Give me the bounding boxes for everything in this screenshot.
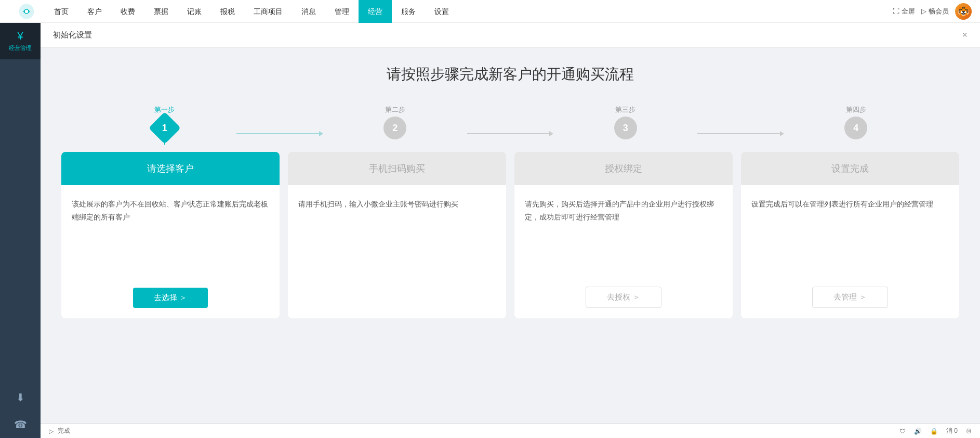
shield-icon: 🛡	[899, 428, 906, 435]
step-4-number: 4	[853, 123, 858, 134]
sidebar-bottom: ⬇ ☎	[14, 384, 27, 438]
connector-2-3	[467, 131, 553, 136]
support-icon: ☎	[14, 418, 27, 431]
nav-bill[interactable]: 票据	[144, 0, 178, 23]
main-content: 请按照步骤完成新客户的开通购买流程 第一步 1	[41, 48, 980, 423]
step-col-4: 第四步 4	[784, 105, 928, 139]
card-4-btn[interactable]: 去管理 ＞	[812, 287, 888, 308]
status-bar: ▷ 完成 🛡 🔊 🔒 消 0 ⑩	[41, 423, 980, 438]
main-layout: ¥ 经营管理 ⬇ ☎ 初始化设置 × 请按照步骤完成新客户的开通购买流程	[0, 23, 980, 438]
card-2-body: 请用手机扫码，输入小微企业主账号密码进行购买	[288, 185, 506, 300]
operation-icon: ¥	[17, 30, 23, 42]
sidebar-item-operation[interactable]: ¥ 经营管理	[0, 23, 41, 59]
step-1-number: 1	[162, 122, 167, 133]
step-4-label: 第四步	[846, 105, 866, 114]
svg-point-1	[25, 9, 28, 12]
fullscreen-icon: ⛶	[893, 7, 899, 15]
nav-right: ⛶ 全屏 ▷ 畅会员 🐯	[893, 3, 972, 20]
step-card-4: 设置完成 设置完成后可以在管理列表进行所有企业用户的经营管理 去管理 ＞	[741, 152, 959, 318]
nav-account[interactable]: 记账	[178, 0, 211, 23]
cards-row: 请选择客户 该处展示的客户为不在回收站、客户状态正常建账后完成老板端绑定的所有客…	[61, 152, 959, 318]
step-col-2: 第二步 2	[323, 105, 467, 139]
flow-title: 请按照步骤完成新客户的开通购买流程	[61, 65, 959, 84]
card-3-header: 授权绑定	[514, 152, 733, 185]
sidebar: ¥ 经营管理 ⬇ ☎	[0, 23, 41, 438]
card-3-btn[interactable]: 去授权 ＞	[586, 287, 661, 308]
sidebar-operation-label: 经营管理	[9, 44, 32, 52]
nav-customer[interactable]: 客户	[78, 0, 111, 23]
nav-business[interactable]: 工商项目	[244, 0, 292, 23]
card-2-footer	[288, 300, 506, 318]
card-1-header: 请选择客户	[61, 152, 280, 185]
status-bar-right: 🛡 🔊 🔒 消 0 ⑩	[899, 427, 972, 435]
page-header: 初始化设置 ×	[41, 23, 980, 48]
nav-manage[interactable]: 管理	[325, 0, 359, 23]
nav-home[interactable]: 首页	[45, 0, 78, 23]
fullscreen-label: 全屏	[902, 7, 915, 16]
step-2-label: 第二步	[385, 105, 405, 114]
status-text: 完成	[58, 427, 70, 435]
vip-icon: ▷	[921, 7, 926, 15]
card-1-btn[interactable]: 去选择 ＞	[133, 288, 208, 308]
sidebar-item-support[interactable]: ☎	[14, 411, 27, 438]
message-count: 消 0	[946, 427, 958, 435]
sidebar-item-download[interactable]: ⬇	[14, 384, 27, 411]
nav-items: 首页 客户 收费 票据 记账 报税 工商项目 消息 管理 经营 服务 设置	[45, 0, 893, 23]
step-col-3: 第三步 3	[553, 105, 697, 139]
card-2-header: 手机扫码购买	[288, 152, 506, 185]
user-avatar[interactable]: 🐯	[955, 3, 972, 20]
volume-icon: 🔊	[914, 428, 922, 435]
nav-fee[interactable]: 收费	[111, 0, 144, 23]
step-card-2: 手机扫码购买 请用手机扫码，输入小微企业主账号密码进行购买	[288, 152, 506, 318]
card-1-footer: 去选择 ＞	[61, 279, 280, 318]
step-3-number: 3	[623, 123, 628, 134]
card-4-footer: 去管理 ＞	[741, 278, 959, 318]
nav-tax[interactable]: 报税	[211, 0, 244, 23]
play-icon: ▷	[49, 428, 54, 435]
status-bar-left: ▷ 完成	[49, 427, 70, 435]
logo	[8, 3, 45, 20]
connector-3-4	[697, 131, 784, 136]
step-3-label: 第三步	[615, 105, 635, 114]
card-3-body: 请先购买，购买后选择开通的产品中的企业用户进行授权绑定，成功后即可进行经营管理	[514, 185, 733, 278]
vip-label: 畅会员	[929, 7, 949, 16]
page-title: 初始化设置	[53, 30, 92, 40]
download-icon: ⬇	[16, 391, 25, 404]
card-1-body: 该处展示的客户为不在回收站、客户状态正常建账后完成老板端绑定的所有客户	[61, 185, 280, 279]
top-navigation: 首页 客户 收费 票据 记账 报税 工商项目 消息 管理 经营 服务 设置 ⛶ …	[0, 0, 980, 23]
content-area: 初始化设置 × 请按照步骤完成新客户的开通购买流程 第一步 1	[41, 23, 980, 438]
steps-indicator: 第一步 1 第二步 2	[61, 105, 959, 144]
step-card-3: 授权绑定 请先购买，购买后选择开通的产品中的企业用户进行授权绑定，成功后即可进行…	[514, 152, 733, 318]
card-4-header: 设置完成	[741, 152, 959, 185]
step-card-1: 请选择客户 该处展示的客户为不在回收站、客户状态正常建账后完成老板端绑定的所有客…	[61, 152, 280, 318]
nav-setting[interactable]: 设置	[425, 0, 458, 23]
lock-icon: 🔒	[930, 428, 938, 435]
nav-operation[interactable]: 经营	[359, 0, 392, 23]
version-info: ⑩	[966, 428, 972, 435]
fullscreen-btn[interactable]: ⛶ 全屏	[893, 7, 915, 16]
step-2-number: 2	[392, 123, 398, 134]
vip-btn[interactable]: ▷ 畅会员	[921, 7, 949, 16]
nav-message[interactable]: 消息	[292, 0, 325, 23]
card-4-body: 设置完成后可以在管理列表进行所有企业用户的经营管理	[741, 185, 959, 278]
card-3-footer: 去授权 ＞	[514, 278, 733, 318]
nav-service[interactable]: 服务	[392, 0, 425, 23]
close-button[interactable]: ×	[962, 30, 968, 41]
connector-1-2	[236, 131, 323, 136]
step-col-1: 第一步 1	[92, 105, 236, 144]
